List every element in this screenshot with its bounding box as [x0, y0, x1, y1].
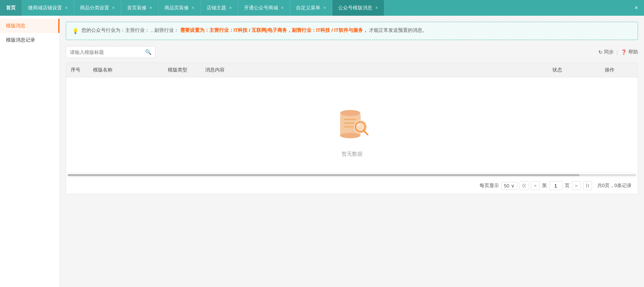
nav-item-product-decor[interactable]: 商品页装修 ×: [158, 0, 201, 16]
notice-suffix: 才能正常发送预置的消息。: [369, 27, 427, 33]
help-icon: ❓: [621, 49, 627, 55]
pagination: 每页显示 50 ∨ ⟨⟨ ＜ 第 页 ＞ ⟩⟩ 共0页，0条记录: [66, 177, 638, 194]
close-all-icon: ×: [635, 4, 638, 11]
search-icon[interactable]: 🔍: [145, 49, 151, 55]
table-header: 序号 模版名称 模版类型 消息内容 状态 操作: [66, 63, 638, 77]
nav-label-template-msg: 公众号模版消息: [338, 4, 372, 11]
empty-text: 暂无数据: [342, 151, 363, 158]
main-layout: 模版消息 模版消息记录 💡 您的公众号行业为：主营行业：，副营行业： 需要设置为…: [0, 16, 644, 287]
chevron-down-icon: ∨: [511, 183, 515, 189]
nav-item-category[interactable]: 商品分类设置 ×: [74, 0, 121, 16]
sidebar-item-template-log[interactable]: 模版消息记录: [0, 33, 59, 47]
close-icon-template[interactable]: ×: [375, 5, 378, 10]
nav-label-index-decor: 首页装修: [127, 4, 147, 11]
empty-state: 暂无数据: [66, 77, 638, 172]
prev-page-button[interactable]: ＜: [531, 181, 540, 190]
col-name: 模版名称: [89, 63, 163, 77]
close-icon[interactable]: ×: [112, 5, 115, 10]
toolbar-right: ↻ 同步 | ❓ 帮助: [598, 49, 638, 55]
search-bar: 🔍 ↻ 同步 | ❓ 帮助: [66, 46, 638, 58]
nav-item-index-decor[interactable]: 首页装修 ×: [121, 0, 158, 16]
table-body: 暂无数据: [66, 77, 638, 173]
content-area: 💡 您的公众号行业为：主营行业：，副营行业： 需要设置为：主营行业：IT科技 /…: [60, 16, 644, 287]
nav-label-custom-menu: 自定义菜单: [296, 4, 320, 11]
close-icon[interactable]: ×: [150, 5, 152, 10]
sync-button[interactable]: ↻ 同步: [598, 49, 614, 55]
page-word: 第: [542, 182, 547, 189]
nav-item-custom-menu[interactable]: 自定义菜单 ×: [290, 0, 332, 16]
notice-highlight: 需要设置为：主营行业：IT科技 / 互联网|电子商务，副营行业：IT科技 / I…: [180, 27, 368, 33]
sync-label: 同步: [604, 49, 614, 55]
last-page-button[interactable]: ⟩⟩: [583, 181, 592, 190]
close-icon[interactable]: ×: [65, 5, 68, 10]
sync-icon: ↻: [598, 49, 603, 55]
notice-prefix: 您的公众号行业为：主营行业：，副营行业：: [81, 27, 179, 33]
nav-label-open-mall: 开通公众号商城: [244, 4, 278, 11]
search-input[interactable]: [70, 49, 145, 55]
help-button[interactable]: ❓ 帮助: [621, 49, 638, 55]
svg-point-10: [357, 123, 360, 126]
nav-label-weidian: 微商城店铺设置: [28, 4, 62, 11]
sidebar-label-template-msg: 模版消息: [6, 23, 25, 28]
svg-point-2: [340, 110, 360, 116]
close-icon[interactable]: ×: [229, 5, 232, 10]
sidebar-label-template-log: 模版消息记录: [6, 37, 35, 43]
nav-item-home[interactable]: 首页: [0, 0, 22, 16]
scrollbar-thumb: [68, 174, 579, 176]
data-table: 序号 模版名称 模版类型 消息内容 状态 操作: [66, 63, 638, 172]
bulb-icon: 💡: [72, 27, 78, 35]
col-content: 消息内容: [201, 63, 548, 77]
nav-item-open-mall[interactable]: 开通公众号商城 ×: [238, 0, 290, 16]
first-page-button[interactable]: ⟨⟨: [520, 181, 529, 190]
sidebar-item-template-msg[interactable]: 模版消息: [0, 19, 59, 33]
nav-item-theme[interactable]: 店铺主题 ×: [201, 0, 238, 16]
close-all-button[interactable]: ×: [629, 4, 644, 11]
page-unit: 页: [565, 182, 570, 189]
svg-point-3: [340, 133, 360, 138]
notice-box: 💡 您的公众号行业为：主营行业：，副营行业： 需要设置为：主营行业：IT科技 /…: [66, 22, 638, 40]
notice-text: 您的公众号行业为：主营行业：，副营行业： 需要设置为：主营行业：IT科技 / 互…: [81, 27, 427, 34]
col-action: 操作: [600, 63, 638, 77]
nav-item-template-msg[interactable]: 公众号模版消息 ×: [332, 0, 384, 16]
help-label: 帮助: [628, 49, 638, 55]
nav-label-product-decor: 商品页装修: [164, 4, 189, 11]
col-status: 状态: [548, 63, 600, 77]
nav-label-home: 首页: [6, 4, 16, 11]
col-index: 序号: [66, 63, 89, 77]
nav-item-weidian[interactable]: 微商城店铺设置 ×: [22, 0, 74, 16]
divider: |: [617, 49, 618, 55]
nav-label-category: 商品分类设置: [80, 4, 109, 11]
close-icon[interactable]: ×: [192, 5, 194, 10]
col-type: 模版类型: [163, 63, 201, 77]
scrollbar-track: [68, 174, 636, 176]
page-size-select[interactable]: 50 ∨: [501, 182, 517, 190]
empty-illustration: [330, 100, 375, 145]
nav-label-theme: 店铺主题: [207, 4, 226, 11]
sidebar: 模版消息 模版消息记录: [0, 16, 60, 287]
horizontal-scrollbar[interactable]: [66, 172, 638, 177]
top-nav: 首页 微商城店铺设置 × 商品分类设置 × 首页装修 × 商品页装修 × 店铺主…: [0, 0, 644, 16]
page-size-value: 50: [504, 183, 509, 189]
svg-line-9: [364, 131, 368, 135]
close-icon[interactable]: ×: [281, 5, 284, 10]
next-page-button[interactable]: ＞: [572, 181, 581, 190]
search-input-wrapper: 🔍: [66, 46, 155, 58]
page-number-input[interactable]: [549, 181, 563, 190]
total-info: 共0页，0条记录: [597, 182, 632, 189]
page-size-label: 每页显示: [480, 182, 499, 189]
table-container: 序号 模版名称 模版类型 消息内容 状态 操作: [66, 62, 638, 194]
close-icon[interactable]: ×: [323, 5, 326, 10]
